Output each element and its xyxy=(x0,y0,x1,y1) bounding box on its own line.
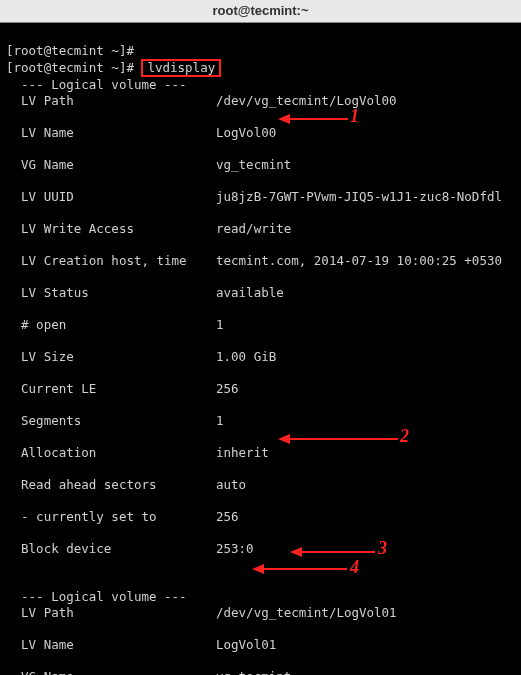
field-value: 253:0 xyxy=(216,541,515,557)
field-value: read/write xyxy=(216,221,515,237)
field-value: LogVol00 xyxy=(216,125,515,141)
field-value: ju8jzB-7GWT-PVwm-JIQ5-w1J1-zuc8-NoDfdl xyxy=(216,189,515,205)
field-value: tecmint.com, 2014-07-19 10:00:25 +0530 xyxy=(216,253,515,269)
field-label: Current LE xyxy=(6,381,216,397)
annotation-number: 1 xyxy=(350,108,359,124)
field-label: LV Name xyxy=(6,637,216,653)
annotation-number: 2 xyxy=(400,428,409,444)
field-label: - currently set to xyxy=(6,509,216,525)
field-label: LV UUID xyxy=(6,189,216,205)
field-label: LV Write Access xyxy=(6,221,216,237)
annotation-number: 4 xyxy=(350,559,359,575)
field-label: VG Name xyxy=(6,157,216,173)
field-label: LV Name xyxy=(6,125,216,141)
field-value: 1 xyxy=(216,413,515,429)
field-value: auto xyxy=(216,477,515,493)
field-value: vg_tecmint xyxy=(216,669,515,675)
field-value: /dev/vg_tecmint/LogVol01 xyxy=(216,605,515,621)
field-value: 1 xyxy=(216,317,515,333)
field-value: 256 xyxy=(216,381,515,397)
field-label: Read ahead sectors xyxy=(6,477,216,493)
field-label: Block device xyxy=(6,541,216,557)
field-value: vg_tecmint xyxy=(216,157,515,173)
field-label: VG Name xyxy=(6,669,216,675)
shell-prompt: [root@tecmint ~]# xyxy=(6,60,134,75)
field-label: # open xyxy=(6,317,216,333)
window-title: root@tecmint:~ xyxy=(0,0,521,23)
annotation-number: 3 xyxy=(378,540,387,556)
field-value: LogVol01 xyxy=(216,637,515,653)
field-value: 1.00 GiB xyxy=(216,349,515,365)
field-label: LV Path xyxy=(6,93,216,109)
command-text: lvdisplay xyxy=(147,60,215,75)
section-header: --- Logical volume --- xyxy=(6,589,187,604)
field-value: 256 xyxy=(216,509,515,525)
field-label: LV Status xyxy=(6,285,216,301)
field-value: /dev/vg_tecmint/LogVol00 xyxy=(216,93,515,109)
field-value: inherit xyxy=(216,445,515,461)
section-header: --- Logical volume --- xyxy=(6,77,187,92)
field-label: LV Size xyxy=(6,349,216,365)
field-value: available xyxy=(216,285,515,301)
field-label: LV Path xyxy=(6,605,216,621)
command-highlight: lvdisplay xyxy=(141,59,221,77)
field-label: Segments xyxy=(6,413,216,429)
shell-prompt: [root@tecmint ~]# xyxy=(6,43,134,58)
terminal-output: [root@tecmint ~]# [root@tecmint ~]# lvdi… xyxy=(0,23,521,675)
field-label: Allocation xyxy=(6,445,216,461)
field-label: LV Creation host, time xyxy=(6,253,216,269)
